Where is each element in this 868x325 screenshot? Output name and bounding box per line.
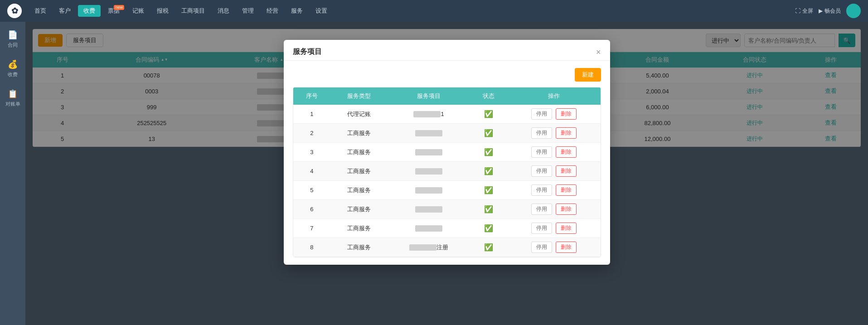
stop-button[interactable]: 停用: [531, 242, 552, 253]
status-check-icon: ✅: [484, 205, 493, 213]
sidebar-item-label-fee: 收费: [8, 71, 18, 78]
sidebar-item-reconciliation[interactable]: 📋 对账单: [0, 84, 25, 112]
member-button[interactable]: ▶ 畅会员: [819, 7, 841, 15]
stop-button[interactable]: 停用: [531, 127, 552, 139]
blurred-service-item: [415, 206, 442, 213]
delete-button[interactable]: 删除: [556, 127, 577, 139]
sidebar-item-contract[interactable]: 📄 合同: [0, 25, 25, 53]
delete-button[interactable]: 删除: [556, 204, 577, 215]
nav-item-service[interactable]: 服务: [286, 5, 308, 17]
service-cell-action: 停用 删除: [508, 143, 601, 162]
fullscreen-button[interactable]: ⛶ 全屏: [795, 7, 813, 15]
delete-button[interactable]: 删除: [556, 184, 577, 196]
nav-item-bookkeeping[interactable]: 记账: [127, 5, 150, 17]
nav-item-bizproject[interactable]: 工商项目: [176, 5, 210, 17]
user-avatar[interactable]: [846, 4, 861, 18]
nav-item-invoice[interactable]: 票据 new: [102, 5, 125, 17]
top-right-actions: ⛶ 全屏 ▶ 畅会员: [795, 4, 861, 18]
service-col-status: 状态: [470, 87, 508, 105]
nav-item-tax[interactable]: 报税: [151, 5, 174, 17]
nav-item-settings[interactable]: 设置: [310, 5, 333, 17]
service-cell-seq: 8: [293, 238, 331, 257]
service-col-seq: 序号: [293, 87, 331, 105]
member-icon: ▶: [819, 8, 823, 14]
nav-item-manage[interactable]: 管理: [237, 5, 259, 17]
stop-button[interactable]: 停用: [531, 165, 552, 177]
service-table-row: 8 工商服务 注册 ✅ 停用 删除: [293, 238, 601, 257]
status-check-icon: ✅: [484, 224, 493, 232]
service-cell-type: 工商服务: [330, 143, 388, 162]
service-col-action: 操作: [508, 87, 601, 105]
nav-item-fee[interactable]: 收费: [78, 5, 101, 17]
service-table-wrapper[interactable]: 序号 服务类型 服务项目 状态 操作 1 代理记账 1 ✅: [293, 87, 601, 257]
service-table-row: 3 工商服务 ✅ 停用 删除: [293, 143, 601, 162]
sidebar-item-label-reconciliation: 对账单: [5, 101, 20, 107]
service-cell-type: 代理记账: [330, 105, 388, 124]
contract-icon: 📄: [8, 30, 18, 40]
service-cell-item: 注册: [388, 238, 470, 257]
delete-button[interactable]: 删除: [556, 165, 577, 177]
service-cell-type: 工商服务: [330, 238, 388, 257]
service-cell-type: 工商服务: [330, 162, 388, 181]
service-cell-item: [388, 162, 470, 181]
stop-button[interactable]: 停用: [531, 204, 552, 215]
service-cell-status: ✅: [470, 200, 508, 219]
blurred-service-item: [409, 244, 436, 251]
service-cell-status: ✅: [470, 181, 508, 200]
new-badge: new: [114, 5, 124, 10]
stop-button[interactable]: 停用: [531, 223, 552, 234]
service-table-row: 7 工商服务 ✅ 停用 删除: [293, 219, 601, 238]
reconciliation-icon: 📋: [8, 89, 18, 99]
member-label: 畅会员: [824, 7, 841, 15]
main-content: 新增 服务项目 进行中 全部 已结束 🔍 序号: [25, 22, 868, 325]
blurred-service-item: [415, 130, 442, 136]
status-check-icon: ✅: [484, 243, 493, 251]
service-cell-seq: 1: [293, 105, 331, 124]
service-cell-item: [388, 200, 470, 219]
left-sidebar: 📄 合同 💰 收费 📋 对账单: [0, 22, 25, 325]
service-col-item: 服务项目: [388, 87, 470, 105]
delete-button[interactable]: 删除: [556, 146, 577, 158]
service-cell-item: [388, 124, 470, 143]
service-cell-action: 停用 删除: [508, 124, 601, 143]
modal-close-button[interactable]: ×: [596, 48, 601, 56]
blurred-service-item: [415, 149, 442, 155]
blurred-service-item: [415, 225, 442, 232]
app-logo: ✿: [7, 4, 22, 18]
main-layout: 📄 合同 💰 收费 📋 对账单 新增 服务项目 进行中 全部 已结束: [0, 22, 868, 325]
stop-button[interactable]: 停用: [531, 108, 552, 120]
nav-item-message[interactable]: 消息: [212, 5, 235, 17]
sidebar-item-fee[interactable]: 💰 收费: [0, 55, 25, 82]
service-cell-status: ✅: [470, 219, 508, 238]
nav-item-home[interactable]: 首页: [29, 5, 52, 17]
stop-button[interactable]: 停用: [531, 184, 552, 196]
fullscreen-icon: ⛶: [795, 8, 800, 14]
fullscreen-label: 全屏: [802, 7, 813, 15]
service-cell-item: [388, 143, 470, 162]
service-cell-action: 停用 删除: [508, 238, 601, 257]
nav-item-client[interactable]: 客户: [53, 5, 76, 17]
service-cell-status: ✅: [470, 162, 508, 181]
status-check-icon: ✅: [484, 186, 493, 194]
service-table-row: 1 代理记账 1 ✅ 停用 删除: [293, 105, 601, 124]
nav-item-operation[interactable]: 经营: [261, 5, 284, 17]
service-cell-type: 工商服务: [330, 124, 388, 143]
service-cell-seq: 5: [293, 181, 331, 200]
delete-button[interactable]: 删除: [556, 223, 577, 234]
service-cell-action: 停用 删除: [508, 219, 601, 238]
service-table-row: 5 工商服务 ✅ 停用 删除: [293, 181, 601, 200]
blurred-service-item: [415, 187, 442, 194]
modal-toolbar: 新建: [293, 68, 601, 82]
modal-new-button[interactable]: 新建: [575, 68, 601, 82]
modal-title: 服务项目: [293, 47, 322, 57]
service-cell-status: ✅: [470, 238, 508, 257]
stop-button[interactable]: 停用: [531, 146, 552, 158]
service-cell-seq: 2: [293, 124, 331, 143]
status-check-icon: ✅: [484, 148, 493, 156]
modal-overlay: 服务项目 × 新建 序号 服务类型 服务项目: [25, 22, 868, 325]
delete-button[interactable]: 删除: [556, 242, 577, 253]
delete-button[interactable]: 删除: [556, 108, 577, 120]
service-cell-seq: 6: [293, 200, 331, 219]
modal-body: 新建 序号 服务类型 服务项目 状态 操作: [284, 61, 610, 265]
logo-icon: ✿: [11, 6, 18, 16]
